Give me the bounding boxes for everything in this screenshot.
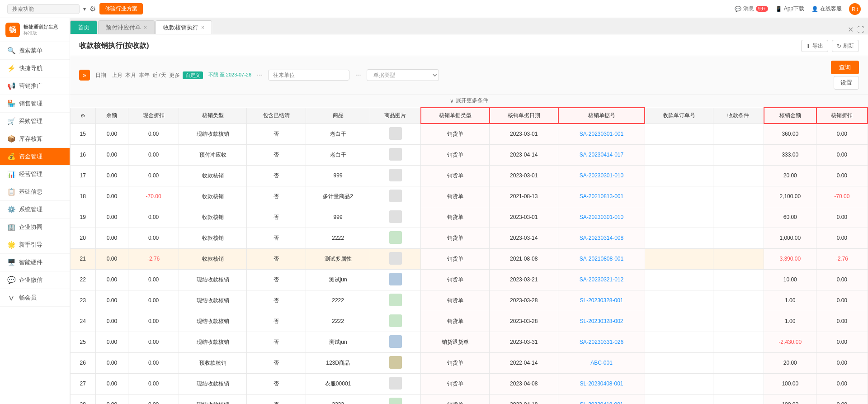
cell-goods: 老白干 <box>306 144 370 165</box>
messages-badge: 99+ <box>756 6 768 12</box>
date-custom-button[interactable]: 自定义 <box>183 71 203 79</box>
doc-no-link[interactable]: SA-20230301-010 <box>580 214 623 220</box>
doc-no-link[interactable]: SA-20230301-001 <box>580 131 623 137</box>
sidebar-item-guide-label: 新手引导 <box>19 241 42 249</box>
cell-doc-date: 2023-03-28 <box>490 311 558 332</box>
date-this-year[interactable]: 本年 <box>139 71 150 79</box>
cell-order-no <box>645 352 713 373</box>
tab-receivable-label: 收款核销执行 <box>163 24 198 32</box>
cell-goods: 老白干 <box>306 124 370 144</box>
sidebar-item-ops-label: 经营管理 <box>19 170 42 178</box>
sidebar-item-wechat[interactable]: 💬 企业微信 <box>0 271 70 289</box>
from-unit-input[interactable] <box>268 70 349 81</box>
user-avatar[interactable]: Rit <box>849 3 861 15</box>
doc-no-link[interactable]: ABC-001 <box>590 360 613 366</box>
cell-amount: 1.00 <box>764 290 816 311</box>
cell-goods-img <box>370 311 420 332</box>
doc-no-link[interactable]: SL-20230408-001 <box>580 380 623 387</box>
sidebar-item-member[interactable]: V 畅会员 <box>0 289 70 307</box>
tab-prepay-close-icon[interactable]: × <box>144 24 147 31</box>
app-download-item[interactable]: 📱 App下载 <box>775 5 804 13</box>
th-order-no: 收款单订单号 <box>645 108 713 124</box>
cell-discount: 0.00 <box>816 144 868 165</box>
settings-gear-icon[interactable]: ⚙ <box>90 5 96 13</box>
cell-doc-type: 销货单 <box>421 394 490 404</box>
sidebar-item-sales[interactable]: 🏪 销售管理 <box>0 95 70 113</box>
sidebar-item-purchase[interactable]: 🛒 采购管理 <box>0 113 70 130</box>
cell-writeoff-type: 现结收款核销 <box>179 290 246 311</box>
tab-receivable-close-icon[interactable]: × <box>201 24 204 31</box>
cell-discount: 0.00 <box>816 165 868 186</box>
cell-cash-discount: 0.00 <box>128 144 179 165</box>
tab-prepay-label: 预付冲应付单 <box>106 24 141 32</box>
doc-no-link[interactable]: SA-20230321-012 <box>580 276 623 283</box>
sidebar-item-inventory[interactable]: 📦 库存核算 <box>0 130 70 148</box>
sidebar-item-basic[interactable]: 📋 基础信息 <box>0 183 70 201</box>
filter-expand-button[interactable]: » <box>79 70 90 81</box>
sidebar-item-search[interactable]: 🔍 搜索菜单 <box>0 42 70 60</box>
export-label: 导出 <box>812 42 823 50</box>
sidebar-item-quick-nav[interactable]: ⚡ 快捷导航 <box>0 60 70 77</box>
sidebar-item-marketing[interactable]: 📢 营销推广 <box>0 77 70 95</box>
main-content: 首页 预付冲应付单 × 收款核销执行 × ✕ ⛶ 收款核销执行(按收款) <box>70 18 868 404</box>
query-button[interactable]: 查询 <box>831 61 859 74</box>
app-label: App下载 <box>784 5 804 13</box>
date-this-month[interactable]: 本月 <box>125 71 136 79</box>
tab-home[interactable]: 首页 <box>70 20 97 34</box>
maximize-window-button[interactable]: ⛶ <box>857 25 864 34</box>
close-window-button[interactable]: ✕ <box>848 25 854 34</box>
date-last-month[interactable]: 上月 <box>112 71 123 79</box>
goods-image <box>389 252 402 265</box>
expand-more-button[interactable]: ∨ 展开更多条件 <box>450 97 488 105</box>
search-input[interactable] <box>7 4 80 14</box>
sidebar-item-guide[interactable]: 🌟 新手引导 <box>0 236 70 254</box>
cell-order-no <box>645 394 713 404</box>
doc-no-link[interactable]: SA-20210808-001 <box>580 256 623 262</box>
doc-no-link[interactable]: SA-20230301-010 <box>580 172 623 179</box>
date-range-text: 不限 至 2023-07-26 <box>208 71 251 78</box>
cell-doc-no: SA-20230321-012 <box>558 269 645 290</box>
sidebar-item-finance[interactable]: 💰 资金管理 <box>0 148 70 166</box>
doc-no-link[interactable]: SA-20210813-001 <box>580 193 623 200</box>
cell-balance: 0.00 <box>95 144 128 165</box>
date-more[interactable]: 更多 <box>169 71 180 79</box>
sidebar-item-ops[interactable]: 📊 经营管理 <box>0 166 70 183</box>
cell-no: 22 <box>71 269 96 290</box>
tab-prepay[interactable]: 预付冲应付单 × <box>98 20 155 34</box>
goods-image <box>389 273 402 285</box>
cell-no: 20 <box>71 228 96 248</box>
cell-balance: 0.00 <box>95 248 128 269</box>
sidebar-item-system[interactable]: ⚙️ 系统管理 <box>0 201 70 219</box>
doc-no-link[interactable]: SL-20230328-002 <box>580 318 623 324</box>
cell-doc-type: 销货单 <box>421 311 490 332</box>
doc-no-link[interactable]: SA-20230414-017 <box>580 152 623 158</box>
doc-no-link[interactable]: SL-20230418-001 <box>580 401 623 404</box>
date-last-7-days[interactable]: 近7天 <box>152 71 166 79</box>
cell-cash-discount: 0.00 <box>128 165 179 186</box>
cell-goods-img <box>370 352 420 373</box>
doc-no-link[interactable]: SA-20230331-026 <box>580 339 623 345</box>
cell-no: 23 <box>71 290 96 311</box>
dropdown-button[interactable]: ▾ <box>83 6 86 12</box>
doc-no-link[interactable]: SL-20230328-001 <box>580 297 623 304</box>
table-row: 23 0.00 0.00 现结收款核销 否 2222 销货单 2023-03-2… <box>71 290 868 311</box>
table-setting-button[interactable]: 设置 <box>834 76 859 90</box>
online-service-item[interactable]: 👤 在线客服 <box>811 5 842 13</box>
export-button[interactable]: ⬆ 导出 <box>801 40 828 52</box>
top-bar-left: ▾ ⚙ 休验行业方案 <box>7 3 729 14</box>
cell-doc-no: SA-20230301-010 <box>558 165 645 186</box>
table-row: 20 0.00 0.00 收款核销 否 2222 销货单 2023-03-14 … <box>71 228 868 248</box>
sidebar-item-corp[interactable]: 🏢 企业协同 <box>0 219 70 236</box>
sidebar-item-corp-label: 企业协同 <box>19 223 42 231</box>
doc-no-link[interactable]: SA-20230314-008 <box>580 235 623 241</box>
doc-type-select[interactable]: 单据类型 <box>367 69 439 81</box>
th-settings[interactable]: ⚙ <box>71 108 96 124</box>
industry-button[interactable]: 休验行业方案 <box>99 3 143 14</box>
sidebar-item-hardware[interactable]: 🖥️ 智能硬件 <box>0 254 70 271</box>
tab-receivable[interactable]: 收款核销执行 × <box>156 20 212 34</box>
cell-no: 25 <box>71 332 96 352</box>
refresh-button[interactable]: ↻ 刷新 <box>832 40 859 52</box>
cell-contains-cleared: 否 <box>247 373 306 394</box>
page-actions: ⬆ 导出 ↻ 刷新 <box>801 40 859 52</box>
messages-item[interactable]: 💬 消息 99+ <box>735 5 768 13</box>
